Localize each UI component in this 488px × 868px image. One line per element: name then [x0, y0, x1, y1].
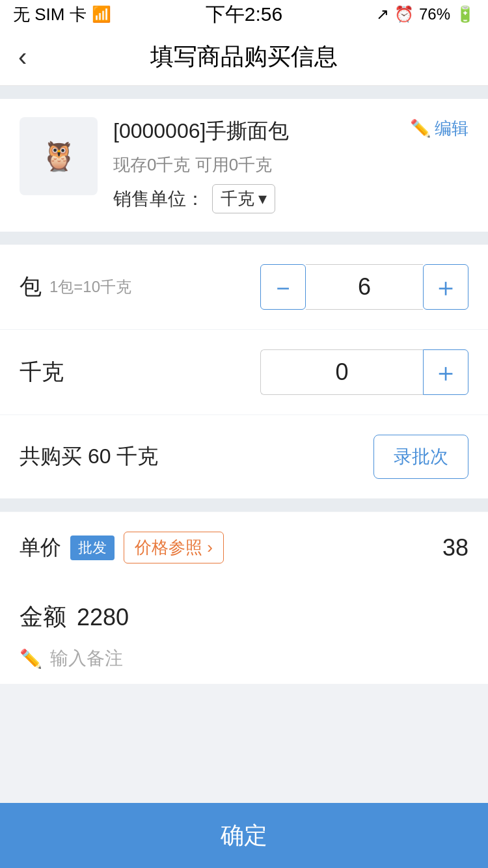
package-qty-input[interactable] — [306, 264, 423, 310]
status-time: 下午2:56 — [206, 1, 282, 28]
battery-icon: 🔋 — [455, 5, 475, 23]
total-row: 共购买 60 千克 录批次 — [0, 415, 488, 498]
product-name-row: [0000006]手撕面包 ✏️ 编辑 — [113, 117, 468, 146]
product-unit-row: 销售单位： 千克 ▾ — [113, 184, 468, 213]
status-bar: 无 SIM 卡 📶 下午2:56 ↗ ⏰ 76% 🔋 — [0, 0, 488, 29]
status-left: 无 SIM 卡 📶 — [13, 3, 111, 26]
product-stock: 现存0千克 可用0千克 — [113, 154, 468, 176]
product-name: [0000006]手撕面包 — [113, 117, 289, 146]
section-gap-1 — [0, 232, 488, 245]
back-button[interactable]: ‹ — [18, 42, 27, 72]
kg-plus-button[interactable]: ＋ — [423, 349, 468, 395]
price-ref-button[interactable]: 价格参照 › — [124, 532, 224, 563]
edit-button[interactable]: ✏️ 编辑 — [410, 117, 468, 140]
wifi-icon: 📶 — [92, 5, 111, 23]
chevron-down-icon: ▾ — [258, 189, 267, 209]
amount-value: 2280 — [77, 604, 129, 631]
unit-select[interactable]: 千克 ▾ — [212, 184, 275, 213]
package-hint: 1包=10千克 — [49, 277, 260, 297]
product-thumbnail: 🦉 — [20, 117, 98, 195]
unit-value: 千克 — [221, 187, 254, 210]
kg-qty-controls: ＋ — [260, 349, 468, 395]
location-icon: ↗ — [376, 5, 389, 23]
total-text: 共购买 60 千克 — [20, 442, 158, 471]
alarm-icon: ⏰ — [394, 5, 414, 23]
kg-label: 千克 — [20, 357, 260, 387]
package-label: 包 — [20, 272, 42, 302]
top-divider — [0, 86, 488, 99]
product-thumb-icon: 🦉 — [41, 139, 77, 173]
remark-label: 输入备注 — [50, 646, 123, 671]
package-qty-row: 包 1包=10千克 － ＋ — [0, 245, 488, 330]
product-card: 🦉 [0000006]手撕面包 ✏️ 编辑 现存0千克 可用0千克 销售单位： … — [0, 99, 488, 232]
kg-qty-input[interactable] — [260, 349, 423, 395]
product-info: [0000006]手撕面包 ✏️ 编辑 现存0千克 可用0千克 销售单位： 千克… — [113, 117, 468, 213]
pencil-icon: ✏️ — [20, 648, 42, 670]
section-gap-2 — [0, 498, 488, 511]
price-label: 单价 — [20, 534, 61, 562]
page-title: 填写商品购买信息 — [150, 41, 338, 73]
price-left: 单价 批发 价格参照 › — [20, 532, 224, 563]
package-plus-button[interactable]: ＋ — [423, 264, 468, 310]
amount-section: 金额 2280 ✏️ 输入备注 — [0, 583, 488, 684]
amount-label: 金额 — [20, 601, 66, 633]
unit-label: 销售单位： — [113, 187, 204, 211]
status-right: ↗ ⏰ 76% 🔋 — [376, 5, 475, 23]
package-qty-controls: － ＋ — [260, 264, 468, 310]
carrier-label: 无 SIM 卡 — [13, 3, 87, 26]
nav-bar: ‹ 填写商品购买信息 — [0, 29, 488, 86]
price-tag: 批发 — [70, 536, 115, 560]
batch-button[interactable]: 录批次 — [373, 435, 468, 479]
remark-row[interactable]: ✏️ 输入备注 — [20, 646, 468, 671]
price-section: 单价 批发 价格参照 › 38 — [0, 511, 488, 583]
battery-level: 76% — [419, 5, 450, 23]
amount-row: 金额 2280 — [20, 601, 468, 633]
package-minus-button[interactable]: － — [260, 264, 306, 310]
edit-icon: ✏️ — [410, 118, 431, 139]
price-value: 38 — [442, 534, 468, 562]
kg-qty-row: 千克 ＋ — [0, 330, 488, 415]
confirm-button[interactable]: 确定 — [0, 803, 488, 868]
